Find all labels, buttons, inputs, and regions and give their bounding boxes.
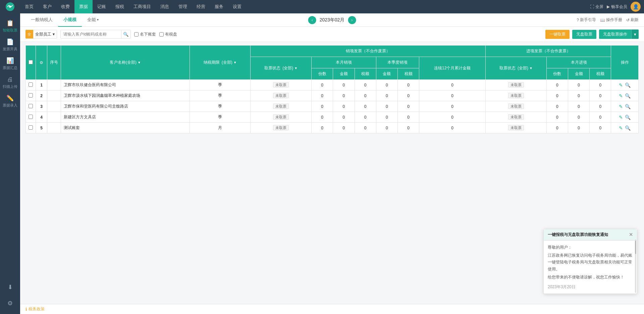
table-row: 4 新建区方方文具店 季 未取票 0 0 0 0 0 0 未取票 0 0 0 ✎…	[26, 112, 639, 123]
edit-icon[interactable]: ✎	[619, 93, 623, 99]
diskless-fetch-button[interactable]: 无盘取票	[572, 30, 596, 39]
row-operation: ✎ 🔍	[611, 101, 639, 112]
vip-button[interactable]: ▶ 畅享会员	[607, 4, 627, 10]
row-customer-name[interactable]: 卫辉市汲水镇下园润鑫烟草木种植家庭农场	[61, 90, 190, 101]
row-checkbox[interactable]	[26, 101, 36, 112]
nav-business[interactable]: 工商项目	[129, 0, 156, 13]
search-button[interactable]: 🔍	[121, 30, 130, 39]
user-avatar[interactable]: 👤	[631, 2, 641, 12]
info-icon: ℹ	[25, 307, 27, 312]
row-customer-name[interactable]: 卫辉市保和堂医药有限公司圭馥路店	[61, 101, 190, 112]
one-key-fetch-button[interactable]: 一键取票	[545, 30, 570, 39]
nav-customer[interactable]: 客户	[38, 0, 56, 13]
manual-button[interactable]: 📖 操作手册	[600, 17, 622, 23]
edit-icon[interactable]: ✎	[619, 125, 623, 131]
refresh-button[interactable]: ↺ 刷新	[626, 17, 639, 23]
nav-bookkeeping[interactable]: 记账	[93, 0, 111, 13]
edit-icon[interactable]: ✎	[619, 104, 623, 109]
sidebar-item-setting[interactable]: ⚙	[0, 296, 20, 311]
row-month-sales-tax: 0	[355, 90, 376, 101]
period-next-button[interactable]: ›	[348, 16, 356, 24]
top-navigation: 首页 客户 收费 票据 记账 报税 工商项目 消息 管理 经营 服务 设置 ⛶ …	[0, 0, 644, 13]
period-prev-button[interactable]: ‹	[308, 16, 316, 24]
tax-period-filter-icon[interactable]: ▼	[233, 61, 237, 64]
sidebar-item-data-entry[interactable]: ✏️ 票据录入	[0, 92, 20, 111]
row-checkbox[interactable]	[26, 90, 36, 101]
smart-fetch-icon: 📋	[6, 19, 14, 27]
nav-message[interactable]: 消息	[156, 0, 174, 13]
sidebar-item-summary[interactable]: 📊 票据汇总	[0, 54, 20, 73]
book-icon: 📖	[600, 18, 605, 22]
fullscreen-button[interactable]: ⛶ 全屏	[590, 4, 603, 10]
sales-status-filter-icon[interactable]: ▼	[294, 66, 298, 70]
notification-close-button[interactable]: ✕	[629, 232, 633, 237]
search-input[interactable]	[61, 30, 121, 38]
tax-disk-checkbox[interactable]	[159, 32, 164, 37]
row-customer-name[interactable]: 卫辉市玖玖健合医药有限公司	[61, 80, 190, 90]
new-guide-button[interactable]: ? 新手引导	[577, 17, 596, 23]
diskless-op-dropdown-button[interactable]: ▾	[631, 29, 639, 39]
edit-icon[interactable]: ✎	[619, 82, 623, 88]
th-purchase-group: 进项发票（不合作废票）	[486, 46, 611, 57]
view-icon[interactable]: 🔍	[625, 125, 631, 131]
nav-operation[interactable]: 经营	[192, 0, 210, 13]
row-month-sales-tax: 0	[355, 80, 376, 90]
diskless-op-button[interactable]: 无盘取票操作	[599, 29, 631, 39]
select-all-checkbox[interactable]	[29, 60, 33, 64]
customer-filter-icon[interactable]: ▼	[138, 61, 141, 64]
row-checkbox[interactable]	[26, 123, 36, 133]
row-customer-name[interactable]: 测试账套	[61, 123, 190, 133]
under-account-checkbox[interactable]	[134, 32, 139, 37]
tax-disk-filter[interactable]: 有税盘	[159, 32, 177, 37]
scan-upload-icon: 🖨	[7, 76, 13, 83]
view-icon[interactable]: 🔍	[625, 82, 631, 88]
row-month-purchase-tax: 0	[590, 101, 611, 112]
row-purchase-status: 未取票	[486, 80, 547, 90]
view-icon[interactable]: 🔍	[625, 104, 631, 109]
th-month-purchase-count: 份数	[546, 68, 568, 80]
th-setting: ⚙	[36, 46, 47, 80]
notification-content1: 江苏政务网已恢复访问电子税务局功能，易代账一键登陆电子税务局与无盘取票相关功能可…	[548, 252, 633, 272]
view-icon[interactable]: 🔍	[625, 115, 631, 120]
svg-point-1	[9, 6, 11, 8]
purchase-status-filter-icon[interactable]: ▼	[529, 66, 533, 70]
employee-filter[interactable]: 全 全部员工 ▾	[25, 30, 57, 39]
vip-icon: ▶	[607, 4, 610, 9]
row-checkbox[interactable]	[26, 80, 36, 90]
th-sales-group: 销项发票（不合作废票）	[251, 46, 486, 57]
row-checkbox[interactable]	[26, 112, 36, 123]
row-tax-period: 季	[190, 90, 251, 101]
filter-dropdown[interactable]: 全部员工 ▾	[33, 30, 57, 39]
row-quarter-sales-tax: 0	[397, 80, 419, 90]
nav-settings[interactable]: 设置	[228, 0, 246, 13]
row-month-purchase-amount: 0	[568, 123, 590, 133]
sidebar-item-smart-fetch[interactable]: 📋 智能取票	[0, 17, 20, 36]
row-purchase-status: 未取票	[486, 112, 547, 123]
notification-greeting: 尊敬的用户：	[548, 244, 633, 251]
view-icon[interactable]: 🔍	[625, 93, 631, 99]
edit-icon[interactable]: ✎	[619, 115, 623, 120]
tab-full-featured[interactable]: 全能 ▾	[82, 13, 104, 27]
nav-manage[interactable]: 管理	[174, 0, 192, 13]
invoice-issue-icon: 📄	[6, 38, 14, 46]
sidebar-item-invoice-issue[interactable]: 📄 发票开具	[0, 36, 20, 54]
th-month-sales-amount: 金额	[333, 68, 355, 80]
sidebar-item-scan-upload[interactable]: 🖨 扫描上传	[0, 73, 20, 92]
sidebar-item-download[interactable]: ⬇	[0, 280, 20, 295]
tab-action-area: ? 新手引导 📖 操作手册 ↺ 刷新	[577, 17, 639, 23]
nav-home[interactable]: 首页	[20, 0, 38, 13]
row-month-sales-count: 0	[312, 90, 333, 101]
row-month-sales-amount: 0	[333, 90, 355, 101]
row-month-purchase-tax: 0	[590, 80, 611, 90]
nav-invoice[interactable]: 票据	[74, 0, 93, 13]
nav-tax[interactable]: 报税	[111, 0, 129, 13]
row-annual12-amount: 0	[419, 90, 486, 101]
tab-small-scale[interactable]: 小规模	[58, 13, 82, 27]
setting-icon[interactable]: ⚙	[40, 60, 43, 65]
tab-general-taxpayer[interactable]: 一般纳税人	[25, 13, 58, 27]
row-customer-name[interactable]: 新建区方方文具店	[61, 112, 190, 123]
tax-policy-link[interactable]: 税务政策	[29, 306, 45, 312]
nav-billing[interactable]: 收费	[56, 0, 74, 13]
nav-service[interactable]: 服务	[210, 0, 228, 13]
under-account-filter[interactable]: 名下账套	[134, 32, 156, 37]
